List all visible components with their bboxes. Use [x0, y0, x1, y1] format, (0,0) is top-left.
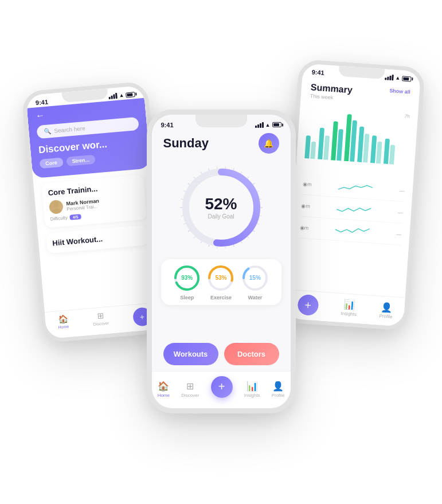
left-battery-icon: [125, 91, 135, 97]
right-metric-value-1: —: [399, 187, 405, 194]
bar: [389, 144, 394, 164]
center-add-button[interactable]: +: [211, 376, 233, 397]
center-profile-icon: 👤: [272, 380, 284, 391]
left-status-icons: ▲: [108, 91, 135, 99]
right-battery-icon: [402, 75, 412, 81]
metrics-row: 93% Sleep 53% Exercise: [161, 259, 281, 304]
svg-line-16: [259, 198, 261, 199]
center-profile-label: Profile: [272, 392, 285, 397]
right-time: 9:41: [311, 68, 324, 76]
left-nav-home-label: Home: [58, 324, 69, 329]
water-percent: 15%: [249, 275, 261, 281]
bar: [370, 135, 376, 163]
right-metric-label-1: ◉m: [302, 181, 311, 187]
left-content: Core Trainin... Mark Norman Personal Tra…: [33, 168, 158, 265]
bar-group-5: [357, 126, 370, 162]
chip-core[interactable]: Core: [39, 157, 63, 168]
svg-point-0: [53, 201, 59, 208]
sparkline-2: [336, 201, 371, 217]
app-scene: 9:41 ▲ ← 🔍 Search here: [21, 17, 422, 487]
bar-group-3: [331, 121, 344, 161]
sparkline-1: [338, 179, 373, 196]
right-metric-value-3: —: [396, 230, 402, 237]
search-icon: 🔍: [43, 128, 50, 135]
svg-line-7: [201, 171, 202, 173]
bar-group-2: [318, 127, 330, 159]
right-metrics: ◉m — ◉m —: [291, 170, 413, 248]
sleep-label: Sleep: [180, 294, 194, 300]
center-bottom-nav: 🏠 Home ⊞ Discover + 📊 Insights 👤 Profile: [152, 370, 291, 408]
ring-inner-text: 52% Daily Goal: [205, 195, 237, 220]
center-header: Sunday 🔔: [152, 129, 291, 155]
metric-sleep: 93% Sleep: [173, 263, 201, 300]
center-home-icon: 🏠: [158, 380, 169, 391]
right-profile-label: Profile: [379, 313, 392, 319]
svg-line-27: [201, 241, 202, 243]
search-placeholder: Search here: [53, 124, 85, 134]
right-nav-profile[interactable]: 👤 Profile: [379, 301, 393, 319]
home-icon: 🏠: [57, 314, 68, 323]
bar-group-1: [304, 135, 316, 159]
difficulty-badge: 4/5: [69, 214, 81, 220]
bar: [363, 134, 369, 162]
metric-ring-sleep: 93%: [173, 263, 201, 292]
phone-center: 9:41 ▲ Sunday 🔔: [147, 109, 296, 413]
svg-line-12: [241, 171, 242, 173]
workouts-button[interactable]: Workouts: [163, 342, 218, 365]
center-nav-insights[interactable]: 📊 Insights: [244, 380, 260, 397]
metric-ring-water: 15%: [241, 263, 269, 292]
workout-card-1: Core Trainin... Mark Norman Personal Tra…: [41, 174, 147, 228]
center-discover-icon: ⊞: [186, 380, 194, 391]
insights-icon: 📊: [343, 299, 355, 310]
svg-line-15: [257, 190, 259, 192]
right-wifi-icon: ▲: [395, 75, 401, 81]
show-all-link[interactable]: Show all: [389, 87, 410, 95]
right-metric-value-2: —: [397, 209, 403, 216]
discover-icon: ⊞: [96, 311, 104, 321]
bell-icon: 🔔: [264, 138, 273, 147]
add-icon: +: [139, 312, 145, 322]
bar: [304, 135, 311, 158]
center-insights-label: Insights: [244, 392, 260, 397]
day-title: Sunday: [163, 135, 209, 150]
right-metric-label-2: ◉m: [301, 202, 310, 209]
center-nav-profile[interactable]: 👤 Profile: [272, 380, 285, 397]
notification-button[interactable]: 🔔: [259, 132, 279, 153]
action-buttons: Workouts Doctors: [152, 337, 291, 370]
workout-title-2: Hiit Workout...: [52, 230, 143, 247]
bar-group-7: [383, 138, 395, 164]
left-nav-discover[interactable]: ⊞ Discover: [92, 310, 109, 330]
left-nav-discover-label: Discover: [93, 321, 109, 326]
difficulty-label: Difficulty: [50, 215, 68, 222]
chip-strength[interactable]: Stren...: [65, 154, 95, 166]
left-nav-home[interactable]: 🏠 Home: [57, 314, 69, 333]
left-time: 9:41: [35, 98, 48, 106]
center-home-label: Home: [158, 392, 170, 397]
right-signal-icon: [385, 74, 394, 80]
right-metric-left-1: ◉m: [302, 181, 311, 187]
right-nav-insights[interactable]: 📊 Insights: [341, 299, 358, 317]
center-status-bar: 9:41 ▲: [152, 114, 291, 129]
center-discover-label: Discover: [181, 392, 199, 397]
center-wifi-icon: ▲: [265, 122, 271, 127]
ring-outer: 52% Daily Goal: [175, 161, 267, 253]
svg-line-4: [183, 190, 186, 192]
svg-point-1: [52, 208, 61, 214]
trainer-info: Mark Norman Personal Trai...: [66, 197, 100, 211]
summary-row: Summary This week Show all: [310, 82, 410, 106]
bar-chart: [304, 107, 410, 165]
center-nav-home[interactable]: 🏠 Home: [158, 380, 170, 397]
ring-container: 52% Daily Goal: [152, 155, 291, 259]
bar: [310, 141, 316, 158]
right-add-btn[interactable]: +: [297, 294, 319, 315]
svg-line-30: [183, 223, 186, 224]
trainer-avatar: [48, 199, 63, 214]
workout-card-2: Hiit Workout...: [45, 225, 148, 253]
right-bottom-nav: + 📊 Insights 👤 Profile: [285, 289, 405, 326]
metric-ring-exercise: 53%: [206, 263, 235, 292]
center-nav-discover[interactable]: ⊞ Discover: [181, 380, 199, 397]
right-insights-label: Insights: [341, 311, 357, 317]
center-insights-icon: 📊: [247, 380, 258, 391]
bar-group-6: [370, 135, 382, 163]
doctors-button[interactable]: Doctors: [224, 342, 279, 365]
